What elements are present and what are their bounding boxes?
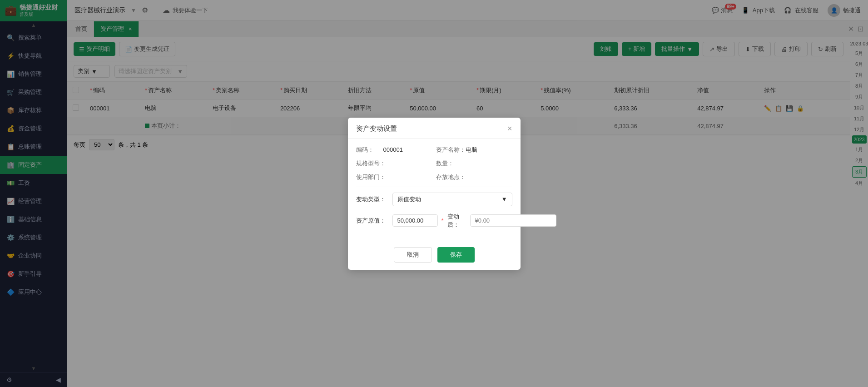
dialog-title: 资产变动设置 [356, 124, 397, 133]
dialog-info-row2: 规格型号： 数量： [356, 159, 512, 168]
asset-name-field: 资产名称： 电脑 [436, 146, 512, 154]
dialog-header: 资产变动设置 × [348, 118, 521, 139]
required-mark: * [441, 217, 444, 224]
dialog-close-btn[interactable]: × [507, 124, 512, 134]
save-button[interactable]: 保存 [437, 247, 475, 263]
dept-field: 使用部门： [356, 173, 432, 181]
cancel-button[interactable]: 取消 [394, 247, 432, 263]
location-field: 存放地点： [436, 173, 512, 181]
chevron-down-icon: ▼ [501, 196, 507, 203]
dialog-footer: 取消 保存 [348, 243, 521, 270]
original-value-input[interactable] [392, 214, 438, 227]
code-field: 编码： 000001 [356, 146, 432, 154]
after-value-input[interactable] [470, 214, 556, 227]
dialog-info-row3: 使用部门： 存放地点： [356, 173, 512, 181]
spec-field: 规格型号： [356, 159, 432, 168]
dialog-body: 编码： 000001 资产名称： 电脑 规格型号： 数量： [348, 139, 521, 243]
quantity-field: 数量： [436, 159, 512, 168]
modal-overlay: 资产变动设置 × 编码： 000001 资产名称： 电脑 规格型号： [0, 0, 868, 387]
value-row: 资产原值： * 变动后： [356, 213, 512, 229]
asset-change-dialog: 资产变动设置 × 编码： 000001 资产名称： 电脑 规格型号： [348, 118, 521, 270]
dialog-info-row1: 编码： 000001 资产名称： 电脑 [356, 146, 512, 154]
change-type-select[interactable]: 原值变动 ▼ [392, 193, 512, 206]
dialog-divider [356, 187, 512, 187]
change-type-row: 变动类型： 原值变动 ▼ [356, 193, 512, 206]
